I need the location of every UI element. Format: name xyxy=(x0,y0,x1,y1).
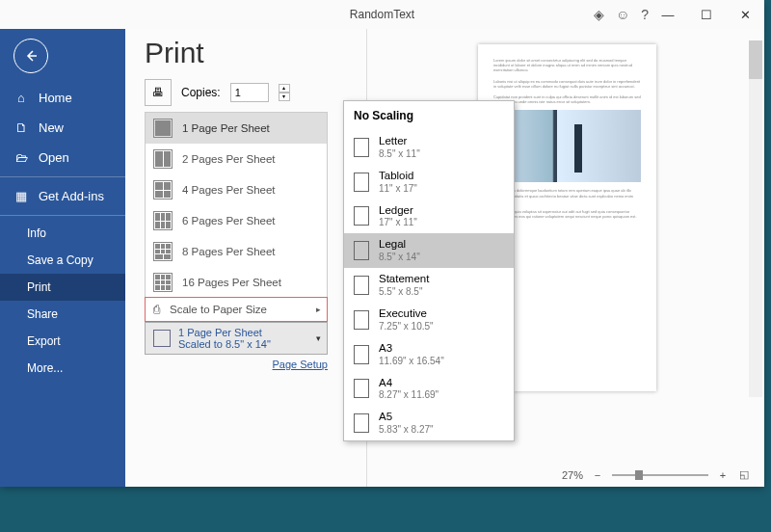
paper-option-a4[interactable]: A48.27" x 11.69" xyxy=(344,372,514,407)
nav-open-label: Open xyxy=(39,150,69,165)
paper-dim: 11" x 17" xyxy=(379,183,417,195)
home-icon: ⌂ xyxy=(13,91,29,105)
paper-no-scaling-label: No Scaling xyxy=(354,109,413,122)
backstage-sidebar: ⌂Home 🗋New 🗁Open ▦Get Add-ins Info Save … xyxy=(0,29,125,487)
paper-icon xyxy=(354,345,369,364)
scale-icon: ⎙ xyxy=(153,304,160,315)
paper-name: Executive xyxy=(379,307,434,321)
paper-option-ledger[interactable]: Ledger17" x 11" xyxy=(344,200,514,234)
minimize-button[interactable]: — xyxy=(649,0,687,29)
paper-icon xyxy=(354,241,369,260)
paper-option-letter[interactable]: Letter8.5" x 11" xyxy=(344,130,514,165)
pages-per-sheet-dropdown[interactable]: 1 Page Per Sheet Scaled to 8.5" x 14" ▾ xyxy=(145,322,328,355)
pps-option-2[interactable]: 2 Pages Per Sheet xyxy=(146,144,327,174)
scrollbar-thumb[interactable] xyxy=(749,40,762,79)
app-window: RandomText ◈ ☺ ? — ☐ ✕ ⌂Home 🗋New 🗁Open … xyxy=(0,0,764,487)
nav-more[interactable]: More... xyxy=(0,355,125,382)
back-button[interactable] xyxy=(13,39,48,73)
pps-1-icon xyxy=(153,119,173,138)
nav-addins[interactable]: ▦Get Add-ins xyxy=(0,181,125,211)
pps-6-label: 6 Pages Per Sheet xyxy=(182,215,276,226)
copies-spinner[interactable]: ▴▾ xyxy=(279,84,290,101)
close-button[interactable]: ✕ xyxy=(726,0,764,29)
paper-dim: 5.5" x 8.5" xyxy=(379,286,429,298)
nav-addins-label: Get Add-ins xyxy=(39,189,104,203)
pages-per-sheet-menu: 1 Page Per Sheet 2 Pages Per Sheet 4 Pag… xyxy=(145,112,328,322)
nav-export[interactable]: Export xyxy=(0,328,125,355)
pps-scale-to-paper[interactable]: ⎙Scale to Paper Size xyxy=(145,297,328,322)
paper-option-executive[interactable]: Executive7.25" x 10.5" xyxy=(344,303,514,337)
paper-option-statement[interactable]: Statement5.5" x 8.5" xyxy=(344,268,514,303)
paper-dim: 7.25" x 10.5" xyxy=(379,321,434,332)
paper-icon xyxy=(354,413,369,433)
nav-home[interactable]: ⌂Home xyxy=(0,83,125,113)
pps-option-8[interactable]: 8 Pages Per Sheet xyxy=(146,236,327,267)
pps-4-label: 4 Pages Per Sheet xyxy=(182,184,276,196)
paper-no-scaling[interactable]: No Scaling xyxy=(344,101,514,130)
paper-icon xyxy=(354,173,369,192)
pps-summary-line2: Scaled to 8.5" x 14" xyxy=(178,338,271,350)
chevron-down-icon: ▾ xyxy=(316,333,321,343)
nav-new-label: New xyxy=(39,120,64,135)
paper-icon xyxy=(354,379,369,398)
paper-name: A3 xyxy=(379,342,444,356)
zoom-in-button[interactable]: + xyxy=(716,469,730,481)
premium-icon[interactable]: ◈ xyxy=(594,7,604,22)
zoom-fit-button[interactable]: ◱ xyxy=(737,468,751,481)
titlebar: RandomText ◈ ☺ ? — ☐ ✕ xyxy=(0,0,764,29)
nav-new[interactable]: 🗋New xyxy=(0,113,125,143)
paper-name: Legal xyxy=(379,238,420,252)
page-title: Print xyxy=(145,37,366,69)
open-icon: 🗁 xyxy=(13,150,29,165)
paper-name: Ledger xyxy=(379,204,417,218)
paper-dim: 8.5" x 11" xyxy=(379,148,420,160)
paper-option-legal[interactable]: Legal8.5" x 14" xyxy=(344,233,514,268)
nav-share[interactable]: Share xyxy=(0,301,125,328)
pps-1-label: 1 Page Per Sheet xyxy=(182,122,270,134)
paper-name: Tabloid xyxy=(379,170,417,183)
pps-option-1[interactable]: 1 Page Per Sheet xyxy=(146,113,327,144)
nav-print[interactable]: Print xyxy=(0,274,125,301)
paper-icon xyxy=(354,206,369,226)
zoom-out-button[interactable]: − xyxy=(591,469,604,481)
document-title: RandomText xyxy=(350,8,414,21)
copies-label: Copies: xyxy=(181,86,221,99)
copies-input[interactable] xyxy=(230,83,269,102)
nav-open[interactable]: 🗁Open xyxy=(0,143,125,173)
paper-size-submenu: No Scaling Letter8.5" x 11"Tabloid11" x … xyxy=(343,100,515,441)
help-icon[interactable]: ? xyxy=(641,7,649,22)
nav-separator xyxy=(0,215,125,216)
pps-6-icon xyxy=(153,211,173,230)
page-setup-link[interactable]: Page Setup xyxy=(145,359,328,370)
paper-icon xyxy=(354,276,369,295)
nav-save-copy[interactable]: Save a Copy xyxy=(0,247,125,274)
paper-icon xyxy=(354,138,369,157)
maximize-button[interactable]: ☐ xyxy=(687,0,726,29)
paper-option-a3[interactable]: A311.69" x 16.54" xyxy=(344,337,514,372)
pps-8-icon xyxy=(153,242,173,261)
zoom-bar: 27% − + ◱ xyxy=(562,468,751,481)
print-button[interactable]: 🖶 xyxy=(145,79,172,106)
printer-icon: 🖶 xyxy=(152,86,164,99)
pps-option-6[interactable]: 6 Pages Per Sheet xyxy=(146,205,327,236)
zoom-slider[interactable] xyxy=(612,474,708,476)
zoom-slider-knob[interactable] xyxy=(635,470,643,480)
pps-option-16[interactable]: 16 Pages Per Sheet xyxy=(146,267,327,298)
paper-dim: 8.5" x 14" xyxy=(379,252,420,263)
nav-info[interactable]: Info xyxy=(0,220,125,247)
pps-8-label: 8 Pages Per Sheet xyxy=(182,246,276,257)
pps-summary-icon xyxy=(153,330,171,347)
pps-option-4[interactable]: 4 Pages Per Sheet xyxy=(146,174,327,205)
paper-option-tabloid[interactable]: Tabloid11" x 17" xyxy=(344,165,514,200)
feedback-icon[interactable]: ☺ xyxy=(616,7,629,22)
pps-2-icon xyxy=(153,149,173,169)
addins-icon: ▦ xyxy=(13,189,29,203)
nav-home-label: Home xyxy=(39,91,72,105)
preview-scrollbar[interactable] xyxy=(749,40,762,397)
pps-16-icon xyxy=(153,273,173,292)
paper-option-a5[interactable]: A55.83" x 8.27" xyxy=(344,406,514,440)
pps-summary-line1: 1 Page Per Sheet xyxy=(178,327,271,338)
paper-name: A4 xyxy=(379,377,439,390)
new-icon: 🗋 xyxy=(13,120,29,135)
pps-2-label: 2 Pages Per Sheet xyxy=(182,153,276,165)
